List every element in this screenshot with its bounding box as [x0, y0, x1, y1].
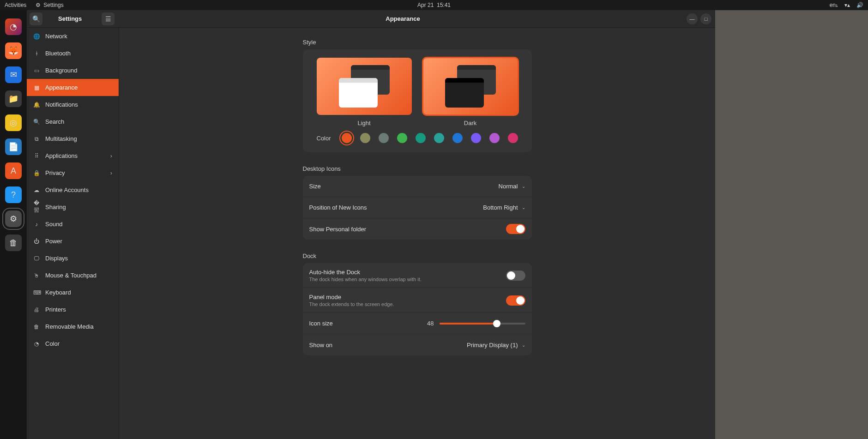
- sidebar-item-search[interactable]: 🔍Search: [27, 113, 119, 130]
- settings-icon: ⚙: [36, 2, 41, 8]
- icon-position-row[interactable]: Position of New Icons Bottom Right ⌄: [303, 197, 532, 218]
- accent-color-5[interactable]: [434, 133, 444, 143]
- personal-folder-row: Show Personal folder: [303, 218, 532, 240]
- dock-rhythmbox[interactable]: ◎: [5, 114, 22, 131]
- accent-color-8[interactable]: [489, 133, 500, 143]
- dock-section: Dock Auto-hide the Dock The dock hides w…: [303, 253, 532, 355]
- network-icon[interactable]: ▾▴: [844, 2, 850, 8]
- accent-color-0[interactable]: [342, 133, 352, 143]
- dock-files[interactable]: 📁: [5, 90, 22, 107]
- dock-show-on-row[interactable]: Show on Primary Display (1) ⌄: [303, 334, 532, 355]
- search-icon: 🔍: [32, 15, 40, 23]
- sidebar-item-printers[interactable]: 🖨Printers: [27, 301, 119, 318]
- dock-trash[interactable]: 🗑: [5, 235, 22, 251]
- sidebar-icon: �習: [33, 200, 40, 214]
- sidebar-icon: 🔍: [33, 119, 40, 125]
- sidebar-item-displays[interactable]: 🖵Displays: [27, 250, 119, 267]
- personal-folder-switch[interactable]: [506, 224, 525, 234]
- maximize-button[interactable]: □: [700, 13, 711, 24]
- icon-position-label: Position of New Icons: [309, 204, 367, 211]
- sidebar-icon: ⌨: [33, 289, 40, 296]
- sidebar-item-label: Printers: [45, 306, 66, 313]
- dock-firefox[interactable]: 🦊: [5, 42, 22, 59]
- accent-color-2[interactable]: [379, 133, 389, 143]
- clock[interactable]: Apr 21 15:41: [417, 2, 451, 8]
- hamburger-button[interactable]: ☰: [102, 12, 115, 25]
- search-button[interactable]: 🔍: [30, 12, 42, 25]
- dock-settings[interactable]: ⚙: [5, 210, 22, 227]
- slider-handle[interactable]: [493, 320, 500, 327]
- dock-distro[interactable]: ◔: [5, 18, 22, 35]
- icon-position-value: Bottom Right: [483, 204, 518, 211]
- sidebar-item-color[interactable]: ◔Color: [27, 335, 119, 352]
- autohide-label: Auto-hide the Dock: [309, 269, 422, 276]
- accent-color-4[interactable]: [416, 133, 426, 143]
- desktop-icons-section: Desktop Icons Size Normal ⌄ Position of …: [303, 165, 532, 240]
- autohide-switch[interactable]: [506, 271, 525, 281]
- sidebar-icon: ⠿: [33, 153, 40, 159]
- icon-size-label: Size: [309, 183, 321, 190]
- panel-mode-switch[interactable]: [506, 295, 525, 306]
- sidebar-item-mouse-touchpad[interactable]: 🖱Mouse & Touchpad: [27, 267, 119, 284]
- sidebar-item-multitasking[interactable]: ⧉Multitasking: [27, 130, 119, 147]
- dock-writer[interactable]: 📄: [5, 138, 22, 155]
- accent-color-3[interactable]: [397, 133, 407, 143]
- dock-help[interactable]: ?: [5, 186, 22, 203]
- sidebar-item-sound[interactable]: ♪Sound: [27, 216, 119, 233]
- sidebar-item-label: Notifications: [45, 101, 78, 108]
- settings-content: Style Light: [119, 28, 715, 439]
- sidebar-item-appearance[interactable]: ▦Appearance: [27, 79, 119, 96]
- accent-color-7[interactable]: [471, 133, 481, 143]
- sidebar-item-power[interactable]: ⏻Power: [27, 233, 119, 250]
- titlebar: 🔍 Settings ☰ Appearance — □: [27, 10, 715, 28]
- sidebar-item-sharing[interactable]: �習Sharing: [27, 198, 119, 216]
- style-section: Style Light: [303, 39, 532, 152]
- sidebar-item-label: Removable Media: [45, 323, 94, 330]
- panel-mode-sub: The dock extends to the screen edge.: [309, 301, 394, 307]
- accent-color-1[interactable]: [360, 133, 370, 143]
- dock: ◔🦊✉📁◎📄A?⚙🗑: [0, 10, 27, 439]
- sidebar-item-keyboard[interactable]: ⌨Keyboard: [27, 284, 119, 301]
- volume-icon[interactable]: 🔊: [856, 2, 863, 8]
- sidebar-item-label: Bluetooth: [45, 50, 71, 57]
- chevron-down-icon: ⌄: [522, 205, 525, 210]
- activities-button[interactable]: Activities: [5, 2, 26, 8]
- input-lang-indicator[interactable]: en₁: [830, 2, 838, 8]
- sidebar-item-label: Multitasking: [45, 135, 77, 142]
- icon-size-value: Normal: [499, 183, 518, 190]
- style-option-dark[interactable]: Dark: [423, 58, 518, 126]
- dock-software[interactable]: A: [5, 162, 22, 179]
- settings-sidebar: 🌐NetworkᚼBluetooth▭Background▦Appearance…: [27, 28, 119, 439]
- accent-color-6[interactable]: [452, 133, 463, 143]
- light-thumbnail: [317, 58, 412, 115]
- sidebar-item-privacy[interactable]: 🔒Privacy›: [27, 164, 119, 181]
- app-indicator-label: Settings: [43, 2, 63, 8]
- sidebar-item-network[interactable]: 🌐Network: [27, 28, 119, 45]
- minimize-button[interactable]: —: [687, 13, 698, 24]
- panel-mode-label: Panel mode: [309, 294, 394, 301]
- sidebar-icon: 🖵: [33, 255, 40, 262]
- icon-size-row[interactable]: Size Normal ⌄: [303, 176, 532, 197]
- autohide-row: Auto-hide the Dock The dock hides when a…: [303, 263, 532, 288]
- sidebar-icon: ◔: [33, 341, 40, 347]
- dock-icon-size-slider[interactable]: [440, 323, 525, 325]
- style-panel: Light Dark Color: [303, 49, 532, 152]
- dark-thumbnail: [423, 58, 518, 115]
- sidebar-item-label: Privacy: [45, 169, 65, 176]
- sidebar-item-applications[interactable]: ⠿Applications›: [27, 147, 119, 164]
- app-indicator[interactable]: ⚙ Settings: [36, 2, 63, 8]
- sidebar-icon: 🖱: [33, 272, 40, 279]
- dock-show-on-value: Primary Display (1): [467, 342, 518, 349]
- accent-color-swatches: [342, 133, 518, 143]
- sidebar-item-removable-media[interactable]: 🗑Removable Media: [27, 318, 119, 335]
- sidebar-icon: 🗑: [33, 324, 40, 330]
- dock-thunderbird[interactable]: ✉: [5, 66, 22, 83]
- sidebar-icon: ⧉: [33, 136, 40, 142]
- desktop-icons-panel: Size Normal ⌄ Position of New Icons Bott…: [303, 176, 532, 240]
- sidebar-item-online-accounts[interactable]: ☁Online Accounts: [27, 181, 119, 198]
- accent-color-9[interactable]: [508, 133, 518, 143]
- style-option-light[interactable]: Light: [317, 58, 412, 126]
- sidebar-item-bluetooth[interactable]: ᚼBluetooth: [27, 45, 119, 62]
- sidebar-item-background[interactable]: ▭Background: [27, 62, 119, 79]
- sidebar-item-notifications[interactable]: 🔔Notifications: [27, 96, 119, 113]
